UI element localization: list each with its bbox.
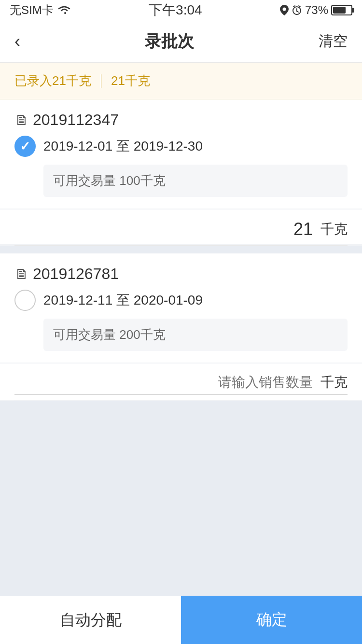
auto-distribute-button[interactable]: 自动分配: [0, 596, 181, 644]
batch-radio-2[interactable]: [14, 290, 36, 311]
status-bar: 无SIM卡 下午3:04 73%: [0, 0, 362, 20]
svg-line-5: [299, 6, 300, 7]
battery-percent: 73%: [305, 3, 328, 17]
total-amount: 21千克: [111, 72, 150, 89]
banner-divider: [101, 74, 101, 88]
svg-line-3: [297, 11, 298, 12]
svg-point-0: [282, 8, 286, 11]
quantity-input-wrap-1: 21 千克: [14, 219, 348, 239]
batch-date-row-2: 2019-12-11 至 2020-01-09: [14, 290, 348, 311]
back-button[interactable]: ‹: [14, 31, 20, 52]
time-display: 下午3:04: [149, 1, 202, 19]
quantity-unit-1: 千克: [320, 220, 348, 238]
battery-icon: [331, 5, 352, 15]
location-icon: [280, 5, 289, 15]
batch-id-icon-1: 🗎: [14, 112, 29, 128]
batch-item-1: 🗎 2019112347 2019-12-01 至 2019-12-30 可用交…: [0, 99, 362, 209]
wifi-icon: [57, 5, 71, 15]
alarm-icon: [292, 5, 302, 15]
batch-header-2: 🗎 2019126781: [14, 265, 348, 283]
batch-radio-1[interactable]: [14, 136, 36, 157]
batch-header-1: 🗎 2019112347: [14, 111, 348, 129]
batch-id-text-2: 2019126781: [33, 265, 119, 283]
batch-id-text-1: 2019112347: [33, 111, 119, 129]
section-gap: [0, 246, 362, 253]
footer: 自动分配 确定: [0, 596, 362, 644]
batch-available-1: 可用交易量 100千克: [43, 165, 348, 197]
nav-bar: ‹ 录批次 清空: [0, 20, 362, 63]
quantity-row-2[interactable]: 千克: [0, 364, 362, 400]
confirm-button[interactable]: 确定: [181, 596, 362, 644]
batch-date-text-2: 2019-12-11 至 2020-01-09: [43, 291, 203, 309]
batch-id-icon-2: 🗎: [14, 266, 29, 282]
page-title: 录批次: [145, 30, 194, 53]
carrier-text: 无SIM卡: [10, 2, 54, 18]
batch-available-2: 可用交易量 200千克: [43, 319, 348, 351]
batch-item-2: 🗎 2019126781 2019-12-11 至 2020-01-09 可用交…: [0, 253, 362, 363]
quantity-row-1: 21 千克: [0, 210, 362, 244]
clear-button[interactable]: 清空: [319, 31, 348, 51]
status-right: 73%: [280, 3, 352, 17]
status-left: 无SIM卡: [10, 2, 71, 18]
quantity-input-2[interactable]: [14, 375, 313, 390]
batch-date-text-1: 2019-12-01 至 2019-12-30: [43, 137, 203, 155]
svg-line-4: [293, 6, 295, 7]
recorded-amount: 已录入21千克: [14, 72, 91, 89]
quantity-value-1: 21: [284, 219, 313, 239]
info-banner: 已录入21千克 21千克: [0, 63, 362, 99]
quantity-unit-2: 千克: [320, 373, 348, 392]
batch-date-row-1: 2019-12-01 至 2019-12-30: [14, 136, 348, 157]
